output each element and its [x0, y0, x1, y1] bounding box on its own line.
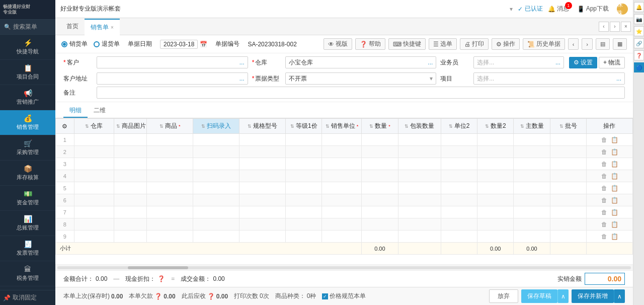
row-unit[interactable] — [322, 194, 362, 206]
col-grade-header[interactable]: ⇅ 等级1价 — [286, 119, 322, 134]
row-entry[interactable] — [193, 170, 239, 182]
row-batch[interactable] — [550, 231, 586, 243]
user-avatar[interactable]: 珠珠 — [617, 4, 628, 15]
row-unit2[interactable] — [441, 158, 477, 170]
row-warehouse[interactable] — [74, 158, 114, 170]
row-unit2[interactable] — [441, 194, 477, 206]
row-qty[interactable] — [362, 218, 398, 231]
table-row[interactable]: 4 🗑 📋 — [56, 170, 633, 182]
row-grade[interactable] — [286, 182, 322, 194]
row-entry[interactable] — [193, 182, 239, 194]
sidebar-item-quick-nav[interactable]: ⚡ 快捷导航 — [0, 35, 55, 60]
row-spec[interactable] — [239, 194, 286, 206]
next-bill-btn[interactable]: › — [582, 38, 593, 50]
row-qty2[interactable] — [477, 218, 514, 231]
col-pack-header[interactable]: ⇅ 包装数量 — [398, 119, 441, 134]
save-draft-button[interactable]: 保存草稿 — [521, 289, 557, 303]
right-panel-btn-5[interactable]: ❓ — [634, 50, 644, 60]
sidebar-search[interactable]: 🔍 搜索菜单 — [0, 20, 55, 35]
col-main-header[interactable]: ⇅ 主数量 — [514, 119, 550, 134]
row-pack[interactable] — [398, 206, 441, 218]
row-unit2[interactable] — [441, 218, 477, 231]
row-img[interactable] — [114, 194, 147, 206]
sidebar-item-purchase[interactable]: 🛒 采购管理 — [0, 135, 55, 161]
row-goods[interactable] — [147, 170, 193, 182]
messages-button[interactable]: 🔔 1 消息 — [548, 5, 569, 13]
row-goods[interactable] — [147, 146, 193, 158]
sidebar-item-invoice[interactable]: 🧾 发票管理 — [0, 236, 55, 261]
col-unit-header[interactable]: ⇅ 销售单位 * — [322, 119, 362, 134]
row-delete-btn[interactable]: 🗑 — [600, 232, 609, 241]
row-batch[interactable] — [550, 146, 586, 158]
row-unit[interactable] — [322, 170, 362, 182]
address-picker-btn[interactable]: ... — [239, 75, 245, 82]
row-batch[interactable] — [550, 206, 586, 218]
row-img[interactable] — [114, 146, 147, 158]
row-delete-btn[interactable]: 🗑 — [600, 147, 609, 157]
row-grade[interactable] — [286, 170, 322, 182]
row-batch[interactable] — [550, 182, 586, 194]
staff-input[interactable]: 选择... ... — [473, 56, 564, 68]
col-qty-header[interactable]: ⇅ 数量 * — [362, 119, 398, 134]
row-pack[interactable] — [398, 182, 441, 194]
row-pack[interactable] — [398, 146, 441, 158]
row-qty[interactable] — [362, 206, 398, 218]
row-qty2[interactable] — [477, 206, 514, 218]
row-batch[interactable] — [550, 194, 586, 206]
row-copy-btn[interactable]: 📋 — [610, 172, 619, 181]
row-unit2[interactable] — [441, 146, 477, 158]
row-batch[interactable] — [550, 218, 586, 231]
row-qty2[interactable] — [477, 170, 514, 182]
sidebar-item-tax[interactable]: 🏛 税务管理 — [0, 261, 55, 286]
row-main[interactable] — [514, 146, 550, 158]
row-entry[interactable] — [193, 134, 239, 146]
row-main[interactable] — [514, 182, 550, 194]
row-copy-btn[interactable]: 📋 — [610, 160, 619, 169]
table-wrapper[interactable]: ⚙ ⇅ 仓库 ⇅ 商品图片 ⇅ — [55, 118, 633, 264]
row-unit[interactable] — [322, 231, 362, 243]
history-btn[interactable]: 📜 历史单据 — [523, 38, 565, 50]
row-qty[interactable] — [362, 134, 398, 146]
right-panel-btn-6[interactable]: 🔵 — [634, 62, 644, 72]
col-qty2-header[interactable]: ⇅ 数量2 — [477, 119, 514, 134]
row-unit2[interactable] — [441, 231, 477, 243]
row-warehouse[interactable] — [74, 182, 114, 194]
row-warehouse[interactable] — [74, 206, 114, 218]
row-unit2[interactable] — [441, 182, 477, 194]
table-row[interactable]: 9 🗑 📋 — [56, 231, 633, 243]
row-batch[interactable] — [550, 134, 586, 146]
sidebar-item-fixed[interactable]: 🏗 固定资产 — [0, 286, 55, 290]
right-panel-btn-2[interactable]: 📷 — [634, 14, 644, 24]
row-main[interactable] — [514, 206, 550, 218]
col-spec-header[interactable]: ⇅ 规格型号 — [239, 119, 286, 134]
row-copy-btn[interactable]: 📋 — [610, 220, 619, 229]
row-unit2[interactable] — [441, 206, 477, 218]
row-delete-btn[interactable]: 🗑 — [600, 220, 609, 229]
table-row[interactable]: 6 🗑 📋 — [56, 194, 633, 206]
row-pack[interactable] — [398, 170, 441, 182]
row-grade[interactable] — [286, 146, 322, 158]
row-goods[interactable] — [147, 134, 193, 146]
row-main[interactable] — [514, 218, 550, 231]
select-btn[interactable]: ☰ 选单 — [429, 38, 457, 50]
row-qty2[interactable] — [477, 182, 514, 194]
table-row[interactable]: 8 🗑 📋 — [56, 218, 633, 231]
row-unit[interactable] — [322, 182, 362, 194]
row-main[interactable] — [514, 158, 550, 170]
row-qty[interactable] — [362, 182, 398, 194]
app-download-button[interactable]: 📱 App下载 — [577, 5, 609, 13]
tab-next-button[interactable]: › — [610, 22, 620, 32]
row-spec[interactable] — [239, 231, 286, 243]
row-spec[interactable] — [239, 158, 286, 170]
actual-value-input[interactable] — [585, 273, 625, 285]
row-pack[interactable] — [398, 158, 441, 170]
row-delete-btn[interactable]: 🗑 — [600, 160, 609, 169]
row-main[interactable] — [514, 194, 550, 206]
row-grade[interactable] — [286, 158, 322, 170]
row-entry[interactable] — [193, 158, 239, 170]
table-row[interactable]: 7 🗑 📋 — [56, 206, 633, 218]
row-grade[interactable] — [286, 194, 322, 206]
row-unit[interactable] — [322, 218, 362, 231]
row-grade[interactable] — [286, 134, 322, 146]
help-btn[interactable]: ❓ 帮助 — [355, 38, 385, 50]
